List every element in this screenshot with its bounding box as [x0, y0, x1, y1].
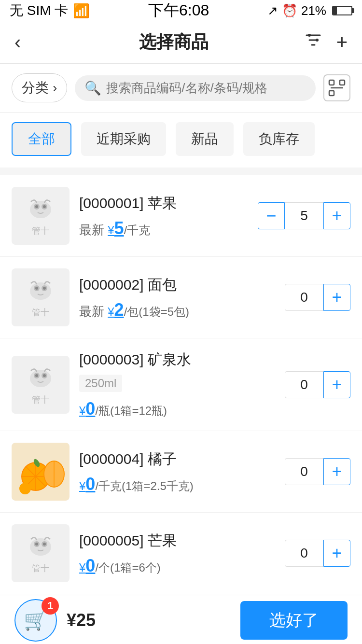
total-price: ¥25	[67, 610, 231, 630]
search-icon: 🔍	[84, 80, 101, 96]
product-price-water: ¥0/瓶(1箱=12瓶)	[79, 399, 275, 419]
bottom-bar: 🛒 1 ¥25 选好了	[0, 596, 362, 644]
product-thumb-bread: 管十	[12, 268, 70, 326]
svg-point-20	[43, 374, 46, 377]
svg-point-36	[35, 543, 38, 546]
qty-plus-apple[interactable]: +	[323, 202, 350, 229]
search-input[interactable]	[106, 81, 306, 96]
svg-point-14	[35, 287, 38, 290]
svg-point-33	[30, 538, 51, 556]
placeholder-owl-icon-mango	[26, 532, 55, 561]
svg-rect-3	[340, 80, 345, 85]
filter-tabs: 全部 近期采购 新品 负库存	[0, 112, 362, 168]
product-name-mango: [0000005] 芒果	[79, 531, 275, 551]
product-thumb-water: 管十	[12, 356, 70, 414]
back-button[interactable]: ‹	[14, 31, 43, 53]
confirm-button[interactable]: 选好了	[240, 601, 348, 640]
product-info-mango: [0000005] 芒果 ¥0/个(1箱=6个)	[79, 531, 275, 576]
page-title: 选择商品	[139, 30, 209, 54]
qty-input-water[interactable]	[285, 371, 323, 398]
product-controls-bread: +	[285, 284, 350, 311]
product-name-apple: [0000001] 苹果	[79, 194, 248, 213]
svg-point-16	[30, 370, 51, 387]
qty-plus-water[interactable]: +	[323, 371, 350, 398]
tab-new[interactable]: 新品	[176, 122, 234, 156]
qty-plus-bread[interactable]: +	[323, 284, 350, 311]
qty-input-apple[interactable]	[285, 202, 323, 229]
svg-point-6	[30, 201, 51, 218]
product-info-water: [0000003] 矿泉水 250ml ¥0/瓶(1箱=12瓶)	[79, 350, 275, 419]
search-input-wrap: 🔍	[75, 75, 316, 101]
qty-minus-apple[interactable]: −	[258, 202, 285, 229]
status-carrier: 无 SIM 卡 📶	[10, 1, 90, 20]
qty-plus-mango[interactable]: +	[323, 540, 350, 567]
svg-rect-4	[329, 91, 334, 96]
tab-recent[interactable]: 近期采购	[81, 122, 166, 156]
placeholder-owl-icon	[26, 195, 55, 224]
search-bar: 分类 › 🔍	[0, 64, 362, 112]
svg-point-15	[43, 287, 46, 290]
product-info-bread: [0000002] 面包 最新 ¥2/包(1袋=5包)	[79, 275, 275, 320]
qty-input-orange[interactable]	[285, 458, 323, 485]
product-spec-water: 250ml	[79, 375, 122, 392]
placeholder-label-mango: 管十	[32, 562, 49, 574]
alarm-icon: ⏰	[282, 3, 297, 18]
product-thumb-apple: 管十	[12, 187, 70, 245]
placeholder-label-water: 管十	[32, 394, 49, 406]
product-item-orange: [0000004] 橘子 ¥0/千克(1箱=2.5千克) +	[0, 431, 362, 513]
qty-plus-orange[interactable]: +	[323, 458, 350, 485]
qty-input-bread[interactable]	[285, 284, 323, 311]
product-info-apple: [0000001] 苹果 最新 ¥5/千克	[79, 194, 248, 238]
scan-icon[interactable]	[323, 74, 350, 101]
product-price-bread: 最新 ¥2/包(1袋=5包)	[79, 300, 275, 320]
category-button[interactable]: 分类 ›	[12, 73, 67, 102]
add-icon[interactable]: +	[336, 31, 348, 53]
svg-point-0	[308, 34, 311, 37]
cart-badge: 1	[42, 597, 59, 615]
svg-point-11	[30, 282, 51, 300]
divider	[0, 168, 362, 175]
svg-point-1	[316, 39, 319, 42]
qty-input-mango[interactable]	[285, 540, 323, 567]
product-price-apple: 最新 ¥5/千克	[79, 218, 248, 238]
product-item-mango: 管十 [0000005] 芒果 ¥0/个(1箱=6个) +	[0, 513, 362, 594]
status-indicators: ↗ ⏰ 21%	[267, 3, 352, 18]
product-item-water: 管十 [0000003] 矿泉水 250ml ¥0/瓶(1箱=12瓶) +	[0, 338, 362, 431]
carrier-text: 无 SIM 卡	[10, 1, 68, 20]
status-time: 下午6:08	[148, 0, 209, 21]
product-thumb-orange	[12, 443, 70, 501]
product-item-bread: 管十 [0000002] 面包 最新 ¥2/包(1袋=5包) +	[0, 257, 362, 338]
cart-wrap[interactable]: 🛒 1	[14, 599, 57, 642]
product-controls-orange: +	[285, 458, 350, 485]
product-name-water: [0000003] 矿泉水	[79, 350, 275, 370]
product-list: 管十 [0000001] 苹果 最新 ¥5/千克 − +	[0, 175, 362, 644]
category-label: 分类	[22, 79, 49, 97]
svg-point-9	[35, 205, 38, 208]
svg-point-19	[35, 374, 38, 377]
nav-bar: ‹ 选择商品 +	[0, 21, 362, 64]
location-icon: ↗	[267, 3, 278, 18]
svg-point-32	[19, 483, 31, 494]
product-controls-mango: +	[285, 540, 350, 567]
product-thumb-mango: 管十	[12, 524, 70, 582]
product-price-mango: ¥0/个(1箱=6个)	[79, 556, 275, 576]
wifi-icon: 📶	[73, 3, 90, 19]
status-bar: 无 SIM 卡 📶 下午6:08 ↗ ⏰ 21%	[0, 0, 362, 21]
category-arrow: ›	[53, 80, 57, 96]
filter-icon[interactable]	[305, 31, 322, 53]
product-price-orange: ¥0/千克(1箱=2.5千克)	[79, 474, 275, 494]
svg-point-10	[43, 205, 46, 208]
tab-negative[interactable]: 负库存	[243, 122, 315, 156]
product-controls-water: +	[285, 371, 350, 398]
product-name-bread: [0000002] 面包	[79, 275, 275, 295]
svg-point-37	[43, 543, 46, 546]
tab-all[interactable]: 全部	[12, 122, 71, 156]
svg-rect-2	[329, 80, 334, 85]
placeholder-owl-icon-water	[26, 364, 55, 393]
nav-actions: +	[305, 31, 348, 53]
placeholder-owl-icon-bread	[26, 277, 55, 306]
placeholder-label: 管十	[32, 225, 49, 237]
product-info-orange: [0000004] 橘子 ¥0/千克(1箱=2.5千克)	[79, 449, 275, 494]
battery-text: 21%	[301, 3, 326, 18]
product-name-orange: [0000004] 橘子	[79, 449, 275, 469]
